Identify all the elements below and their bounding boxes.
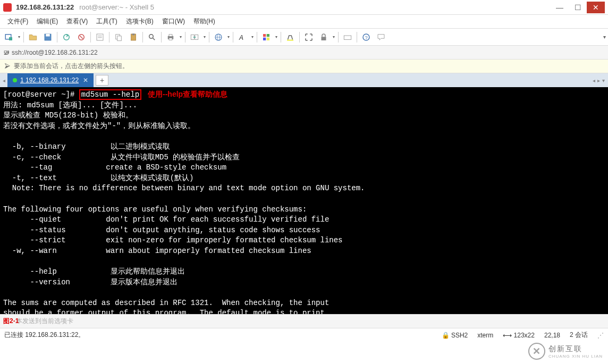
maximize-button[interactable]: ☐ — [569, 2, 587, 13]
dropdown-icon[interactable]: ▾ — [179, 35, 183, 39]
globe-icon[interactable] — [212, 30, 225, 44]
toolbar: ▾ ▾ ▾ ▾ A ▾ ▾ ▾ ? ▾ — [0, 29, 608, 46]
disconnect-icon[interactable] — [74, 30, 88, 44]
status-term: xterm — [477, 332, 493, 339]
separator — [338, 32, 339, 43]
close-button[interactable]: ✕ — [587, 2, 605, 13]
dropdown-icon[interactable]: ▾ — [250, 35, 255, 39]
svg-rect-27 — [263, 37, 266, 40]
print-icon[interactable] — [164, 30, 178, 44]
infobar-text: 要添加当前会话，点击左侧的箭头按钮。 — [14, 62, 129, 71]
separator — [257, 32, 257, 43]
infobar: ⮚ 要添加当前会话，点击左侧的箭头按钮。 — [0, 60, 608, 73]
tabbar: ◂ 1 192.168.26.131:22 ✕ + ◂ ▸ ▾ — [0, 73, 608, 87]
tab-scroll-prev[interactable]: ◂ — [593, 78, 595, 83]
properties-icon[interactable] — [93, 30, 107, 44]
dropdown-icon[interactable]: ▾ — [226, 35, 231, 39]
addressbar[interactable]: 🖳 ssh://root@192.168.26.131:22 — [0, 46, 608, 60]
address-url: ssh://root@192.168.26.131:22 — [12, 49, 98, 56]
window-controls: — ☐ ✕ — [551, 2, 605, 13]
menu-tabs[interactable]: 选项卡(B) — [122, 15, 158, 28]
window-title-main: 192.168.26.131:22 — [16, 3, 74, 11]
save-icon[interactable] — [41, 30, 55, 44]
separator — [357, 32, 357, 43]
watermark: ✕ 创新互联 CHUANG XIN HU LIAN — [526, 342, 605, 361]
svg-rect-7 — [97, 34, 103, 40]
titlebar: 192.168.26.131:22 root@server:~ - Xshell… — [0, 0, 608, 15]
arrow-icon[interactable]: ⮚ — [4, 63, 11, 70]
dropdown-icon[interactable]: ▾ — [17, 35, 21, 39]
svg-rect-11 — [117, 36, 122, 40]
status-grip-icon[interactable]: ⋰ — [597, 332, 604, 339]
menubar: 文件(F) 编辑(E) 查看(V) 工具(T) 选项卡(B) 窗口(W) 帮助(… — [0, 15, 608, 29]
separator — [90, 32, 91, 43]
tab-add-button[interactable]: + — [96, 75, 108, 86]
separator — [109, 32, 109, 43]
tab-label: 1 192.168.26.131:22 — [20, 77, 79, 84]
separator — [23, 32, 24, 43]
svg-text:?: ? — [365, 35, 368, 40]
dropdown-icon[interactable]: ▾ — [274, 35, 278, 39]
status-connection: 已连接 192.168.26.131:22。 — [4, 331, 85, 340]
terminal-prompt: [root@server ~]# — [3, 90, 74, 99]
status-sessions: 2 会话 — [570, 331, 588, 340]
new-session-icon[interactable] — [2, 30, 16, 44]
statusbar: 已连接 192.168.26.131:22。 🔒 SSH2 xterm ⟷ 12… — [0, 328, 608, 342]
watermark-icon: ✕ — [528, 343, 545, 360]
copy-icon[interactable] — [112, 30, 125, 44]
menu-help[interactable]: 帮助(H) — [189, 15, 219, 28]
svg-rect-30 — [322, 37, 326, 40]
svg-point-4 — [64, 34, 70, 40]
menu-view[interactable]: 查看(V) — [62, 15, 92, 28]
status-ssh: 🔒 SSH2 — [442, 332, 468, 339]
font-icon[interactable]: A — [235, 30, 249, 44]
open-icon[interactable] — [26, 30, 40, 44]
session-tab[interactable]: 1 192.168.26.131:22 ✕ — [7, 73, 94, 87]
menu-file[interactable]: 文件(F) — [3, 15, 32, 28]
minimize-button[interactable]: — — [551, 2, 569, 13]
separator — [161, 32, 162, 43]
tab-scroll-next[interactable]: ▸ — [597, 78, 600, 83]
ssh-protocol-icon: 🖳 — [3, 49, 10, 56]
color-icon[interactable] — [259, 30, 273, 44]
tab-scroll-left[interactable]: ◂ — [0, 73, 7, 87]
help-icon[interactable]: ? — [359, 30, 373, 44]
menu-edit[interactable]: 编辑(E) — [32, 15, 62, 28]
tab-menu-icon[interactable]: ▾ — [602, 78, 605, 83]
svg-rect-25 — [263, 34, 266, 37]
svg-rect-1 — [9, 37, 12, 40]
dropdown-icon[interactable]: ▾ — [202, 35, 207, 39]
menu-window[interactable]: 窗口(W) — [158, 15, 189, 28]
separator — [299, 32, 300, 43]
status-dot-icon — [13, 78, 17, 82]
lock-icon[interactable] — [317, 30, 331, 44]
svg-rect-29 — [287, 39, 293, 40]
find-icon[interactable] — [145, 30, 159, 44]
status-pos: 22,18 — [544, 332, 560, 339]
fullscreen-icon[interactable] — [302, 30, 316, 44]
chat-icon[interactable] — [374, 30, 388, 44]
status-size: ⟷ 123x22 — [503, 332, 535, 339]
svg-text:A: A — [239, 33, 243, 41]
svg-rect-31 — [344, 36, 351, 40]
dropdown-icon[interactable]: ▾ — [332, 35, 336, 39]
sendbar[interactable]: 图2-1 本发送到当前选项卡 — [0, 314, 608, 328]
keyboard-icon[interactable] — [341, 30, 354, 44]
svg-line-6 — [80, 36, 83, 39]
menu-tools[interactable]: 工具(T) — [92, 15, 121, 28]
tab-close-icon[interactable]: ✕ — [83, 77, 88, 84]
terminal-output: 用法: md5sum [选项]... [文件]... 显示或检查 MD5(128… — [3, 101, 365, 314]
reconnect-icon[interactable] — [60, 30, 73, 44]
transfer-icon[interactable] — [188, 30, 201, 44]
separator — [57, 32, 57, 43]
highlight-icon[interactable] — [283, 30, 297, 44]
separator — [233, 32, 233, 43]
toolbar-expand-icon[interactable]: ▾ — [603, 34, 606, 40]
paste-icon[interactable] — [126, 30, 140, 44]
separator — [209, 32, 209, 43]
svg-rect-18 — [169, 38, 172, 40]
watermark-text: 创新互联 — [548, 344, 603, 354]
svg-line-15 — [153, 38, 155, 40]
terminal-command: md5sum --help — [79, 89, 141, 100]
terminal[interactable]: [root@server ~]# md5sum --help使用--help查看… — [0, 87, 608, 314]
